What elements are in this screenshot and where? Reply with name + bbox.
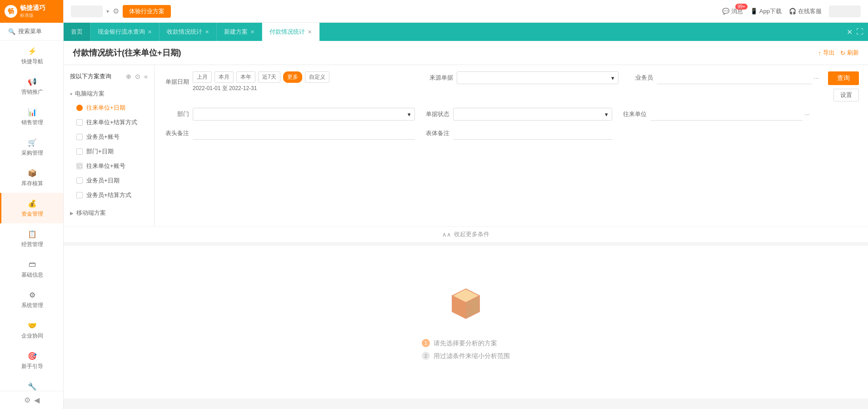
sidebar-item-inventory[interactable]: 📦 库存核算: [0, 162, 63, 193]
date-options: 上月 本月 本年 近7天 更多 自定义: [193, 71, 419, 83]
salesman-input[interactable]: [657, 71, 812, 84]
header-note-input[interactable]: [193, 127, 415, 140]
partner-dots-btn[interactable]: ···: [804, 111, 810, 118]
query-btn[interactable]: 查询: [828, 71, 859, 85]
dept-control: ▾: [193, 108, 415, 121]
tab-payment-stats-close[interactable]: ✕: [308, 29, 312, 35]
date-btn-custom[interactable]: 自定义: [305, 71, 329, 83]
chevron-right-icon: ▶: [70, 211, 74, 216]
scheme-group-mobile-title[interactable]: ▶ 移动端方案: [64, 206, 154, 220]
sidebar-item-system[interactable]: ⚙ 系统管理: [0, 284, 63, 315]
export-btn[interactable]: ↑ 导出: [818, 49, 835, 57]
collapse-btn[interactable]: ∧∧ 收起更多条件: [64, 226, 868, 242]
tab-collection-stats[interactable]: 收款情况统计 ✕: [160, 23, 217, 41]
filter-row-1: 单据日期 上月 本月 本年 近7天 更多 自定义: [164, 71, 859, 101]
scheme-item-icon: [76, 119, 83, 126]
scheme-group-desktop-title[interactable]: ▾ 电脑端方案: [64, 87, 154, 101]
tab-new-scheme[interactable]: 新建方案 ✕: [217, 23, 262, 41]
partner-input[interactable]: [650, 108, 803, 121]
filter-field-doc-status: 单据状态 ▾: [424, 108, 613, 121]
source-dropdown-icon: ▾: [611, 75, 614, 81]
tip-item-1: 1 请先选择要分析的方案: [422, 337, 510, 349]
tab-home[interactable]: 首页: [64, 23, 90, 41]
tab-close-all-btn[interactable]: ✕: [847, 28, 853, 36]
scheme-collapse-btn[interactable]: «: [144, 73, 148, 80]
tab-fullscreen-btn[interactable]: ⛶: [856, 28, 863, 36]
scheme-active-icon: [76, 105, 83, 111]
sidebar-item-purchase[interactable]: 🛒 采购管理: [0, 132, 63, 162]
scheme-item-partner-date[interactable]: 往来单位+日期: [64, 101, 154, 115]
export-icon: ↑: [818, 50, 822, 56]
tab-new-scheme-close[interactable]: ✕: [250, 29, 254, 35]
sidebar-item-marketing[interactable]: 📢 营销推广: [0, 71, 63, 101]
scheme-settings-btn[interactable]: ⊙: [135, 73, 140, 80]
sidebar-item-guide[interactable]: 🎯 新手引导: [0, 345, 63, 376]
scheme-item-partner-settle[interactable]: 往来单位+结算方式: [64, 115, 154, 130]
tab-collection-stats-close[interactable]: ✕: [205, 29, 209, 35]
source-select[interactable]: ▾: [457, 71, 619, 84]
sidebar-item-basic[interactable]: 🗃 基础信息: [0, 254, 63, 284]
scheme-item-label: 业务员+账号: [86, 133, 120, 141]
tabbar: 首页 现金银行流水查询 ✕ 收款情况统计 ✕ 新建方案 ✕ 付款情况统计 ✕ ✕…: [64, 23, 868, 41]
messages-btn[interactable]: 💬 消息 99+: [722, 7, 743, 15]
trial-button[interactable]: 体验行业方案: [123, 5, 171, 18]
app-download-btn[interactable]: 📱 App下载: [750, 7, 782, 15]
scheme-item-dept-date[interactable]: 部门+日期: [64, 144, 154, 159]
scheme-item-salesman-account[interactable]: 业务员+账号: [64, 130, 154, 144]
date-btn-this-month[interactable]: 本月: [215, 71, 234, 83]
topbar-settings-icon[interactable]: ⚙: [113, 7, 119, 15]
sidebar-item-quick-nav[interactable]: ⚡ 快捷导航: [0, 40, 63, 71]
tab-payment-stats[interactable]: 付款情况统计 ✕: [262, 23, 319, 41]
filter-row-3: 表头备注 表体备注: [164, 127, 859, 140]
scheme-add-btn[interactable]: ⊕: [126, 73, 131, 80]
date-btn-more[interactable]: 更多: [283, 71, 302, 83]
scheme-group-mobile-label: 移动端方案: [76, 209, 106, 217]
sidebar-item-sales[interactable]: 📊 销售管理: [0, 101, 63, 132]
tab-home-label: 首页: [71, 28, 83, 36]
search-icon: 🔍: [8, 28, 15, 35]
salesman-dots-btn[interactable]: ···: [813, 74, 819, 81]
body-note-input[interactable]: [453, 127, 613, 140]
tab-cash-flow[interactable]: 现金银行流水查询 ✕: [90, 23, 160, 41]
tab-payment-stats-label: 付款情况统计: [269, 28, 305, 36]
page-actions: ↑ 导出 ↻ 刷新: [818, 49, 859, 57]
scheme-item-salesman-settle[interactable]: 业务员+结算方式: [64, 188, 154, 202]
tip-num-1: 1: [422, 339, 430, 347]
sidebar-nav: ⚡ 快捷导航 📢 营销推广 📊 销售管理 🛒 采购管理 📦 库存核算 💰: [0, 40, 63, 391]
svg-point-7: [460, 305, 464, 309]
settings-icon[interactable]: ⚙: [24, 396, 30, 404]
scheme-group-desktop-label: 电脑端方案: [75, 90, 105, 98]
sidebar: 畅 畅捷通巧 标准版 🔍 搜索菜单 ⚡ 快捷导航 📢 营销推广 📊 销售管理: [0, 0, 64, 409]
topbar-dropdown-icon[interactable]: ▾: [106, 8, 109, 15]
sidebar-item-cooperation[interactable]: 🤝 企业协同: [0, 315, 63, 345]
scheme-group-desktop: ▾ 电脑端方案 往来单位+日期 往来单位+结算方式: [64, 85, 154, 204]
collapse-icon[interactable]: ◀: [34, 396, 40, 404]
scheme-item-label: 部门+日期: [86, 147, 114, 156]
svg-rect-9: [461, 311, 470, 312]
page-header: 付款情况统计(往来单位+日期) ↑ 导出 ↻ 刷新: [64, 41, 868, 65]
date-btn-7days[interactable]: 近7天: [258, 71, 280, 83]
online-service-label: 在线客服: [798, 7, 822, 15]
quick-nav-icon: ⚡: [27, 46, 37, 56]
sidebar-item-finance[interactable]: 💰 资金管理: [0, 193, 63, 223]
sidebar-item-hardware[interactable]: 🔧 智能硬件: [0, 376, 63, 391]
tab-cash-flow-close[interactable]: ✕: [148, 29, 152, 35]
tab-cash-flow-label: 现金银行流水查询: [98, 28, 145, 36]
doc-status-select[interactable]: ▾: [453, 108, 613, 121]
sidebar-search[interactable]: 🔍 搜索菜单: [0, 23, 63, 40]
filter-settings-btn[interactable]: 设置: [833, 89, 859, 101]
purchase-icon: 🛒: [27, 137, 37, 147]
date-btn-last-month[interactable]: 上月: [193, 71, 212, 83]
scheme-item-salesman-date[interactable]: 业务员+日期: [64, 173, 154, 188]
scheme-header: 按以下方案查询 ⊕ ⊙ «: [64, 70, 154, 85]
refresh-btn[interactable]: ↻ 刷新: [840, 49, 859, 57]
operation-icon: 📋: [27, 229, 37, 239]
cube-icon: [443, 282, 489, 328]
source-label: 来源单据: [428, 74, 453, 82]
export-label: 导出: [823, 49, 835, 57]
scheme-item-partner-account[interactable]: 往来单位+账号: [64, 159, 154, 173]
date-btn-this-year[interactable]: 本年: [236, 71, 255, 83]
sidebar-item-operation[interactable]: 📋 经营管理: [0, 223, 63, 254]
dept-select[interactable]: ▾: [193, 108, 415, 121]
online-service-btn[interactable]: 🎧 在线客服: [789, 7, 822, 15]
